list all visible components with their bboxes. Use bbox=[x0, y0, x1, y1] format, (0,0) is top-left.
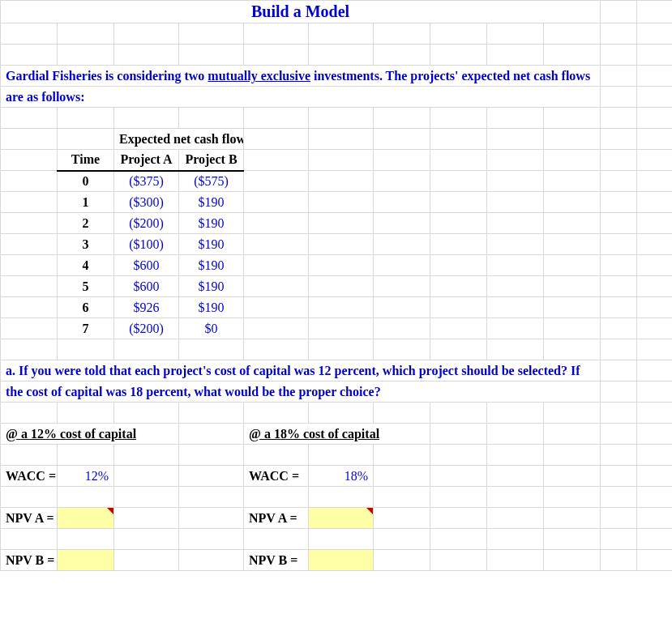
col-time: Time bbox=[58, 150, 114, 171]
page-title: Build a Model bbox=[1, 1, 601, 23]
header-12pct: @ a 12% cost of capital bbox=[1, 424, 179, 445]
question-a-line2: the cost of capital was 18 percent, what… bbox=[1, 381, 601, 403]
npv-b-input-12[interactable] bbox=[58, 550, 114, 571]
npv-a-input-18[interactable] bbox=[309, 508, 374, 529]
spreadsheet-grid[interactable]: Build a Model Gardial Fisheries is consi… bbox=[0, 0, 672, 571]
table-row: 6$926$190 bbox=[1, 297, 673, 318]
cashflow-heading: Expected net cash flows bbox=[114, 129, 244, 150]
table-row: 2($200)$190 bbox=[1, 213, 673, 234]
wacc-label-12: WACC = bbox=[1, 466, 58, 487]
col-project-a: Project A bbox=[114, 150, 179, 171]
table-row: 5$600$190 bbox=[1, 276, 673, 297]
npv-b-label-12: NPV B = bbox=[1, 550, 58, 571]
question-a-line1: a. If you were told that each project's … bbox=[1, 360, 601, 381]
wacc-value-18[interactable]: 18% bbox=[309, 466, 374, 487]
table-row: 0($375)($575) bbox=[1, 171, 673, 192]
npv-b-label-18: NPV B = bbox=[244, 550, 309, 571]
table-row: 4$600$190 bbox=[1, 255, 673, 276]
npv-a-label-18: NPV A = bbox=[244, 508, 309, 529]
npv-b-input-18[interactable] bbox=[309, 550, 374, 571]
intro-text-1: Gardial Fisheries is considering two mut… bbox=[1, 66, 601, 87]
npv-a-label-12: NPV A = bbox=[1, 508, 58, 529]
header-18pct: @ a 18% cost of capital bbox=[244, 424, 430, 445]
intro-text-2: are as follows: bbox=[1, 87, 601, 108]
npv-a-input-12[interactable] bbox=[58, 508, 114, 529]
wacc-value-12[interactable]: 12% bbox=[58, 466, 114, 487]
wacc-label-18: WACC = bbox=[244, 466, 309, 487]
table-row: 7($200)$0 bbox=[1, 318, 673, 339]
col-project-b: Project B bbox=[179, 150, 244, 171]
table-row: 3($100)$190 bbox=[1, 234, 673, 255]
table-row: 1($300)$190 bbox=[1, 192, 673, 213]
